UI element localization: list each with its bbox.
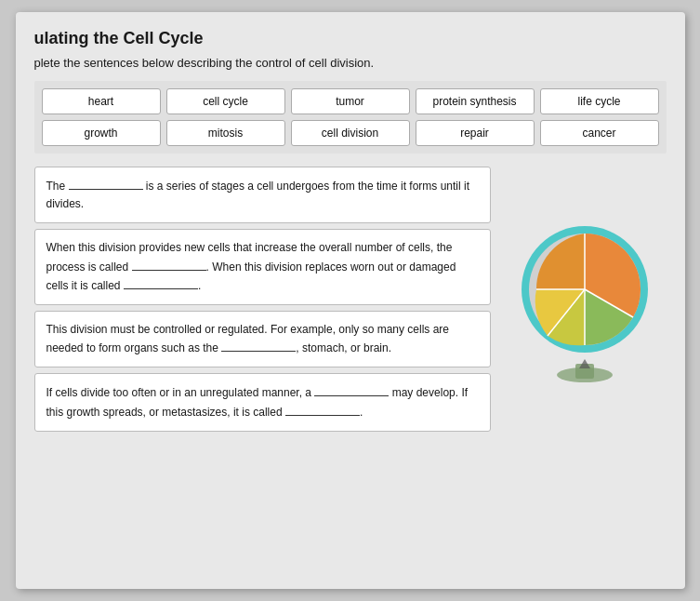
question-4: If cells divide too often or in an unreg… <box>34 373 491 431</box>
word-bank: heart cell cycle tumor protein synthesis… <box>34 81 667 154</box>
questions-column: The is a series of stages a cell undergo… <box>34 167 491 432</box>
word-tumor[interactable]: tumor <box>291 88 410 114</box>
word-repair[interactable]: repair <box>416 120 535 146</box>
page-subtitle: plete the sentences below describing the… <box>34 56 667 70</box>
blank-2a[interactable] <box>132 258 206 271</box>
blank-4b[interactable] <box>285 403 360 416</box>
word-mitosis[interactable]: mitosis <box>166 120 285 146</box>
word-life-cycle[interactable]: life cycle <box>540 88 659 114</box>
word-protein-synthesis[interactable]: protein synthesis <box>416 88 535 114</box>
word-cancer[interactable]: cancer <box>540 120 659 146</box>
word-growth[interactable]: growth <box>42 120 161 146</box>
cell-cycle-svg <box>506 206 664 392</box>
word-heart[interactable]: heart <box>42 88 161 114</box>
blank-1[interactable] <box>69 177 143 190</box>
content-area: The is a series of stages a cell undergo… <box>34 167 667 432</box>
question-3: This division must be controlled or regu… <box>34 311 491 367</box>
blank-3[interactable] <box>221 339 296 352</box>
cell-cycle-diagram <box>504 167 667 432</box>
blank-2b[interactable] <box>124 276 198 289</box>
word-cell-cycle[interactable]: cell cycle <box>166 88 285 114</box>
word-cell-division[interactable]: cell division <box>291 120 410 146</box>
question-2: When this division provides new cells th… <box>34 229 491 305</box>
main-page: ulating the Cell Cycle plete the sentenc… <box>16 12 685 589</box>
question-1: The is a series of stages a cell undergo… <box>34 167 491 223</box>
blank-4a[interactable] <box>314 383 389 396</box>
page-title: ulating the Cell Cycle <box>34 29 667 48</box>
